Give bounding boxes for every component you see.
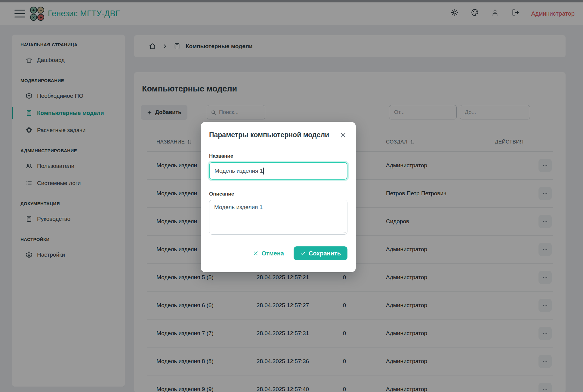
close-icon[interactable] [339,131,347,139]
name-field-label: Название [209,153,347,159]
save-button[interactable]: Сохранить [294,246,347,260]
dialog-title: Параметры компьютерной модели [209,131,329,139]
model-params-dialog: Параметры компьютерной модели Название М… [201,122,356,272]
description-field-label: Описание [209,191,347,197]
resize-handle[interactable] [342,230,346,233]
check-icon [300,251,306,256]
name-input[interactable]: Модель изделия 1 [209,162,347,180]
description-textarea[interactable]: Модель изделия 1 [209,200,347,235]
text-caret [263,168,264,174]
cancel-button[interactable]: Отмена [253,250,284,257]
cancel-x-icon [253,250,259,256]
